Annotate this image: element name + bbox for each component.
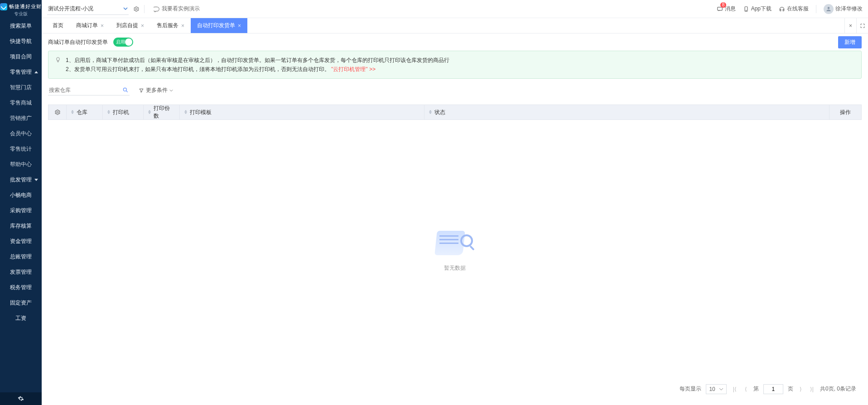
empty-illustration — [432, 227, 477, 259]
page-input[interactable] — [763, 384, 783, 394]
more-conditions[interactable]: 更多条件 — [139, 86, 173, 94]
close-icon[interactable]: × — [238, 23, 241, 29]
tab-auto-print[interactable]: 自动打印发货单× — [191, 18, 247, 33]
topbar-service[interactable]: 在线客服 — [779, 5, 809, 13]
sidebar-item-xiaochang[interactable]: 小畅电商 — [0, 187, 42, 203]
chevron-down-icon — [169, 89, 173, 92]
table: 仓库 打印机 打印份数 打印模板 状态 操作 暂无数据 — [48, 105, 862, 379]
bulb-icon — [55, 57, 61, 63]
message-badge: 8 — [720, 2, 727, 8]
sidebar-sub-member[interactable]: 会员中心 — [0, 126, 42, 141]
sidebar-item-salary[interactable]: 工资 — [0, 310, 42, 326]
funnel-icon — [139, 88, 144, 93]
tabs-close-all[interactable]: × — [844, 18, 856, 33]
col-warehouse[interactable]: 仓库 — [67, 105, 103, 119]
sidebar-sub-marketing[interactable]: 营销推广 — [0, 110, 42, 126]
org-settings-icon[interactable] — [133, 6, 140, 12]
tab-label: 售后服务 — [157, 22, 178, 29]
col-copies[interactable]: 打印份数 — [144, 105, 180, 119]
speech-icon — [154, 6, 160, 12]
topbar-message-label: 消息 — [725, 5, 736, 13]
sidebar-item-fixed-asset[interactable]: 固定资产 — [0, 295, 42, 310]
sidebar-item-quick-nav[interactable]: 快捷导航 — [0, 33, 42, 49]
tabs-fullscreen[interactable] — [856, 18, 868, 33]
page-summary: 共0页, 0条记录 — [820, 385, 856, 393]
svg-point-4 — [828, 7, 830, 9]
sidebar-item-wholesale[interactable]: 批发管理 — [0, 172, 42, 187]
col-template[interactable]: 打印模板 — [180, 105, 424, 119]
tab-label: 到店自提 — [116, 22, 138, 29]
tab-home[interactable]: 首页 — [46, 18, 70, 33]
col-label: 操作 — [840, 109, 851, 116]
page-prev[interactable]: ⟨ — [743, 385, 749, 393]
sidebar-item-retail-mgmt[interactable]: 零售管理 — [0, 64, 42, 80]
brand-edition: 专业版 — [14, 11, 28, 17]
person-icon — [825, 6, 832, 12]
enable-toggle[interactable]: 启用 — [113, 38, 133, 47]
chevron-down-icon — [719, 387, 723, 391]
svg-point-0 — [135, 8, 137, 10]
col-ops: 操作 — [829, 105, 861, 119]
topbar-app[interactable]: App下载 — [743, 5, 772, 13]
sidebar-sub-smart-store[interactable]: 智慧门店 — [0, 80, 42, 95]
col-label: 打印模板 — [190, 109, 212, 116]
cloud-printer-link[interactable]: "云打印机管理" >> — [331, 66, 376, 72]
page-first[interactable]: |⟨ — [731, 385, 738, 393]
sidebar-item-tax[interactable]: 税务管理 — [0, 280, 42, 295]
tab-label: 商城订单 — [76, 22, 98, 29]
col-settings[interactable] — [48, 105, 67, 119]
col-label: 仓库 — [77, 109, 87, 116]
banner-line1: 1、启用后，商城下单付款成功后（如果有审核是在审核之后），自动打印发货单。如果一… — [66, 56, 449, 65]
tab-aftersale[interactable]: 售后服务× — [150, 18, 191, 33]
page-next[interactable]: ⟩ — [798, 385, 804, 393]
search-input[interactable] — [49, 87, 122, 93]
table-header: 仓库 打印机 打印份数 打印模板 状态 操作 — [48, 105, 862, 120]
tab-mall-order[interactable]: 商城订单× — [70, 18, 110, 33]
info-banner: 1、启用后，商城下单付款成功后（如果有审核是在审核之后），自动打印发货单。如果一… — [48, 51, 862, 79]
sidebar-menu: 搜索菜单 快捷导航 项目合同 零售管理 智慧门店 零售商城 营销推广 会员中心 … — [0, 18, 42, 392]
col-printer[interactable]: 打印机 — [103, 105, 144, 119]
sidebar-item-invoice[interactable]: 发票管理 — [0, 264, 42, 280]
svg-point-3 — [746, 10, 746, 10]
per-page-value: 10 — [709, 386, 715, 392]
tab-label: 自动打印发货单 — [197, 22, 235, 29]
svg-point-6 — [57, 111, 58, 113]
divider — [144, 5, 145, 13]
org-select[interactable]: 测试分开流程-小况 — [47, 3, 129, 15]
col-status[interactable]: 状态 — [424, 105, 829, 119]
logo-icon — [0, 3, 7, 10]
demo-link[interactable]: 我要看实例演示 — [154, 5, 200, 13]
sidebar-sub-help-center[interactable]: 帮助中心 — [0, 157, 42, 172]
per-page-select[interactable]: 10 — [706, 384, 726, 394]
add-button[interactable]: 新增 — [838, 36, 862, 48]
chevron-down-icon — [123, 6, 128, 11]
topbar-user-label: 徐泽华修改 — [835, 5, 863, 13]
sidebar-item-ledger[interactable]: 总账管理 — [0, 249, 42, 264]
search-icon[interactable] — [122, 87, 129, 93]
topbar-user[interactable]: 徐泽华修改 — [824, 4, 863, 14]
tab-pickup[interactable]: 到店自提× — [110, 18, 150, 33]
brand-name: 畅捷通好业财 — [9, 3, 42, 10]
topbar-message[interactable]: 消息 8 — [717, 5, 736, 13]
settings-row: 商城订单自动打印发货单 启用 新增 — [42, 33, 868, 51]
sidebar-item-project-contract[interactable]: 项目合同 — [0, 49, 42, 64]
sidebar-item-purchase[interactable]: 采购管理 — [0, 203, 42, 218]
divider — [816, 5, 816, 13]
sidebar-item-search-menu[interactable]: 搜索菜单 — [0, 18, 42, 33]
sidebar-sub-retail-stats[interactable]: 零售统计 — [0, 141, 42, 157]
col-label: 打印机 — [113, 109, 129, 116]
warehouse-search[interactable] — [48, 85, 130, 95]
close-icon[interactable]: × — [141, 23, 144, 29]
table-empty: 暂无数据 — [48, 120, 862, 379]
topbar-app-label: App下载 — [751, 5, 772, 13]
page-last[interactable]: ⟩| — [808, 385, 815, 393]
per-page-label: 每页显示 — [680, 385, 701, 393]
sidebar-item-inventory[interactable]: 库存核算 — [0, 218, 42, 233]
sidebar: 畅捷通好业财 专业版 搜索菜单 快捷导航 项目合同 零售管理 智慧门店 零售商城… — [0, 0, 42, 405]
phone-icon — [743, 6, 749, 12]
sidebar-item-funds[interactable]: 资金管理 — [0, 233, 42, 249]
close-icon[interactable]: × — [101, 23, 104, 29]
sidebar-sub-retail-mall[interactable]: 零售商城 — [0, 95, 42, 110]
close-icon[interactable]: × — [181, 23, 184, 29]
sidebar-settings[interactable] — [0, 392, 42, 405]
